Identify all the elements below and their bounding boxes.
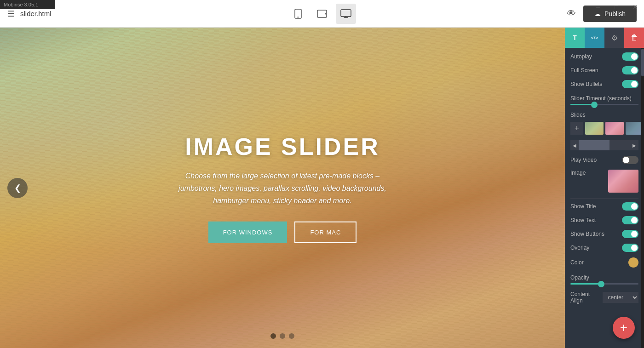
scroll-track — [579, 140, 630, 150]
slides-label: Slides — [570, 112, 638, 118]
slide-thumb-1[interactable] — [585, 122, 604, 135]
show-bullets-knob — [631, 81, 638, 87]
scroll-right-button[interactable]: ▶ — [630, 140, 638, 150]
desktop-view-button[interactable] — [336, 4, 356, 24]
slider-content: IMAGE SLIDER Choose from the large selec… — [144, 132, 420, 243]
slides-scroll-nav: ◀ ▶ — [570, 140, 638, 150]
app-version: Mobirise 3.05.1 — [0, 0, 55, 9]
slider-timeout-thumb[interactable] — [591, 102, 598, 108]
divider-1 — [570, 198, 638, 199]
show-text-row: Show Text — [570, 216, 638, 224]
overlay-label: Overlay — [570, 245, 589, 251]
image-label: Image — [570, 170, 586, 176]
color-row: Color — [570, 257, 638, 268]
play-video-label: Play Video — [570, 157, 597, 163]
plus-icon: + — [575, 124, 580, 133]
opacity-fill — [570, 283, 601, 285]
panel-tabs: T </> ⚙ 🗑 — [565, 28, 644, 48]
panel-scrollbar — [641, 48, 644, 348]
show-text-toggle[interactable] — [622, 216, 638, 224]
main-area: ❮ IMAGE SLIDER Choose from the large sel… — [0, 28, 644, 348]
show-title-knob — [631, 203, 638, 210]
slider-buttons: FOR WINDOWS FOR MAC — [144, 222, 420, 243]
mac-button[interactable]: FOR MAC — [294, 222, 356, 243]
svg-rect-3 — [325, 13, 326, 14]
svg-rect-4 — [341, 10, 351, 17]
content-align-label: Content Align — [570, 291, 603, 304]
image-row: Image — [570, 170, 638, 193]
color-swatch[interactable] — [628, 257, 638, 268]
filename-label: slider.html — [20, 10, 52, 17]
chevron-left-icon: ❮ — [14, 183, 21, 193]
show-text-label: Show Text — [570, 217, 596, 223]
close-button[interactable]: ✕ — [626, 0, 644, 14]
scroll-left-button[interactable]: ◀ — [570, 140, 579, 150]
overlay-row: Overlay — [570, 244, 638, 252]
dot-3[interactable] — [289, 333, 294, 339]
text-tab-icon: T — [573, 34, 577, 41]
opacity-track[interactable] — [570, 283, 638, 285]
play-video-toggle[interactable] — [622, 156, 638, 164]
show-buttons-knob — [631, 231, 638, 237]
maximize-button[interactable]: □ — [607, 0, 626, 14]
add-slide-button[interactable]: + — [570, 122, 583, 135]
titlebar-left: ☰ slider.html — [7, 9, 52, 19]
add-block-button[interactable]: + — [613, 317, 635, 339]
autoplay-toggle[interactable] — [622, 52, 638, 61]
preview-icon[interactable]: 👁 — [567, 8, 576, 19]
fullscreen-row: Full Screen — [570, 66, 638, 74]
version-text: Mobirise 3.05.1 — [4, 2, 38, 7]
show-buttons-toggle[interactable] — [622, 230, 638, 238]
panel-scrollbar-thumb[interactable] — [641, 49, 644, 76]
show-title-row: Show Title — [570, 202, 638, 211]
windows-button[interactable]: FOR WINDOWS — [208, 222, 288, 243]
tab-delete[interactable]: 🗑 — [624, 28, 644, 48]
tab-text[interactable]: T — [565, 28, 585, 48]
slider-timeout-track[interactable] — [570, 104, 638, 105]
content-align-select[interactable]: center left right — [603, 292, 638, 303]
show-bullets-label: Show Bullets — [570, 81, 602, 87]
image-placeholder — [608, 170, 638, 193]
show-buttons-label: Show Buttons — [570, 231, 604, 237]
opacity-section: Opacity — [570, 273, 638, 285]
mobile-view-button[interactable] — [288, 4, 308, 24]
dot-2[interactable] — [280, 333, 285, 339]
tablet-view-button[interactable] — [312, 4, 332, 24]
play-video-knob — [623, 157, 629, 163]
autoplay-row: Autoplay — [570, 52, 638, 61]
fullscreen-label: Full Screen — [570, 67, 598, 74]
slider-timeout-label: Slider Timeout (seconds) — [570, 95, 632, 102]
slide-thumb-2[interactable] — [605, 122, 624, 135]
slider-dots — [270, 333, 294, 339]
show-title-label: Show Title — [570, 203, 596, 210]
show-bullets-row: Show Bullets — [570, 80, 638, 88]
minimize-button[interactable]: ─ — [589, 0, 607, 14]
opacity-thumb[interactable] — [598, 281, 604, 287]
slider-subtitle: Choose from the large selection of lates… — [144, 169, 420, 207]
show-text-knob — [631, 217, 638, 223]
play-video-row: Play Video — [570, 156, 638, 164]
panel-content[interactable]: Autoplay Full Screen Show Bullets — [565, 48, 644, 348]
image-preview[interactable] — [608, 170, 638, 193]
tab-code[interactable]: </> — [585, 28, 604, 48]
slides-thumbs: + — [570, 122, 638, 135]
tab-settings[interactable]: ⚙ — [604, 28, 624, 48]
dot-1[interactable] — [270, 333, 276, 339]
show-buttons-row: Show Buttons — [570, 230, 638, 238]
autoplay-knob — [631, 53, 638, 60]
color-label: Color — [570, 259, 584, 266]
overlay-knob — [631, 245, 638, 251]
slider-title: IMAGE SLIDER — [144, 132, 420, 160]
window-controls: ─ □ ✕ — [589, 0, 644, 14]
overlay-toggle[interactable] — [622, 244, 638, 252]
show-bullets-toggle[interactable] — [622, 80, 638, 88]
slider-timeout-section: Slider Timeout (seconds) — [570, 94, 638, 105]
show-title-toggle[interactable] — [622, 202, 638, 211]
menu-icon[interactable]: ☰ — [7, 9, 15, 19]
fullscreen-toggle[interactable] — [622, 66, 638, 74]
right-panel: T </> ⚙ 🗑 Autoplay Full Scre — [565, 28, 644, 348]
scroll-indicator — [579, 140, 610, 150]
slides-section: Slides + — [570, 112, 638, 135]
slider-prev-button[interactable]: ❮ — [7, 178, 28, 198]
view-switcher — [288, 4, 356, 24]
